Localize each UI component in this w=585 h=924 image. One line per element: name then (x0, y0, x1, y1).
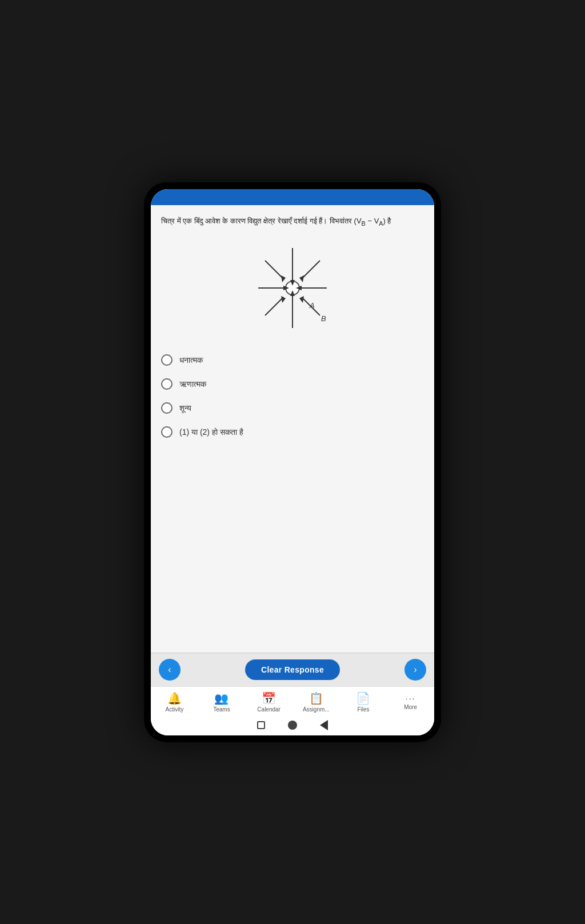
svg-text:A: A (309, 301, 315, 310)
nav-item-activity[interactable]: 🔔 Activity (159, 691, 189, 713)
calendar-icon: 📅 (262, 691, 276, 705)
option-4-label: (1) या (2) हो सकता है (179, 427, 243, 437)
android-nav-bar (151, 715, 434, 735)
svg-line-16 (265, 297, 283, 315)
nav-item-calendar[interactable]: 📅 Calendar (254, 691, 284, 713)
prev-button[interactable]: ‹ (159, 659, 181, 681)
android-square-btn[interactable] (257, 721, 265, 729)
assignments-icon: 📋 (309, 691, 323, 705)
option-3-label: शून्य (179, 403, 191, 413)
top-status-bar (151, 189, 434, 205)
svg-text:B: B (321, 314, 326, 323)
content-area: चित्र में एक बिंदु आवेश के कारण विद्युत … (151, 205, 434, 653)
android-back-btn[interactable] (320, 720, 328, 730)
more-label: More (404, 704, 417, 710)
electric-field-diagram: B A (235, 237, 350, 339)
option-1[interactable]: धनात्मक (161, 354, 424, 366)
radio-option-1[interactable] (161, 354, 173, 366)
calendar-label: Calendar (257, 706, 281, 713)
next-button[interactable]: › (404, 659, 426, 681)
svg-marker-10 (299, 275, 304, 282)
option-4[interactable]: (1) या (2) हो सकता है (161, 426, 424, 438)
svg-line-11 (265, 261, 283, 279)
phone-container: चित्र में एक बिंदु आवेश के कारण विद्युत … (144, 182, 441, 742)
teams-label: Teams (213, 706, 230, 713)
android-home-btn[interactable] (288, 721, 297, 730)
question-text: चित्र में एक बिंदु आवेश के कारण विद्युत … (161, 215, 424, 228)
bottom-nav: 🔔 Activity 👥 Teams 📅 Calendar 📋 Assignm.… (151, 686, 434, 715)
option-1-label: धनात्मक (179, 355, 203, 365)
clear-response-button[interactable]: Clear Response (245, 659, 340, 680)
phone-screen: चित्र में एक बिंदु आवेश के कारण विद्युत … (151, 189, 434, 735)
nav-item-more[interactable]: ··· More (396, 694, 426, 710)
activity-icon: 🔔 (167, 691, 182, 705)
svg-marker-14 (299, 296, 304, 303)
files-icon: 📄 (356, 691, 370, 705)
svg-line-9 (302, 261, 320, 279)
svg-marker-17 (281, 296, 286, 303)
radio-option-3[interactable] (161, 402, 173, 414)
nav-item-teams[interactable]: 👥 Teams (207, 691, 237, 713)
option-2[interactable]: ऋणात्मक (161, 378, 424, 390)
nav-item-assignments[interactable]: 📋 Assignm... (301, 691, 331, 713)
more-icon: ··· (406, 694, 416, 703)
diagram-container: B A (235, 237, 350, 339)
files-label: Files (357, 706, 369, 713)
assignments-label: Assignm... (303, 706, 330, 713)
radio-option-2[interactable] (161, 378, 173, 390)
option-2-label: ऋणात्मक (179, 379, 206, 389)
radio-option-4[interactable] (161, 426, 173, 438)
options-list: धनात्मक ऋणात्मक शून्य (1) या (2) हो सकता… (161, 354, 424, 645)
activity-label: Activity (165, 706, 183, 713)
teams-icon: 👥 (214, 691, 229, 705)
action-bar: ‹ Clear Response › (151, 653, 434, 686)
option-3[interactable]: शून्य (161, 402, 424, 414)
svg-marker-12 (281, 275, 286, 282)
nav-item-files[interactable]: 📄 Files (348, 691, 378, 713)
